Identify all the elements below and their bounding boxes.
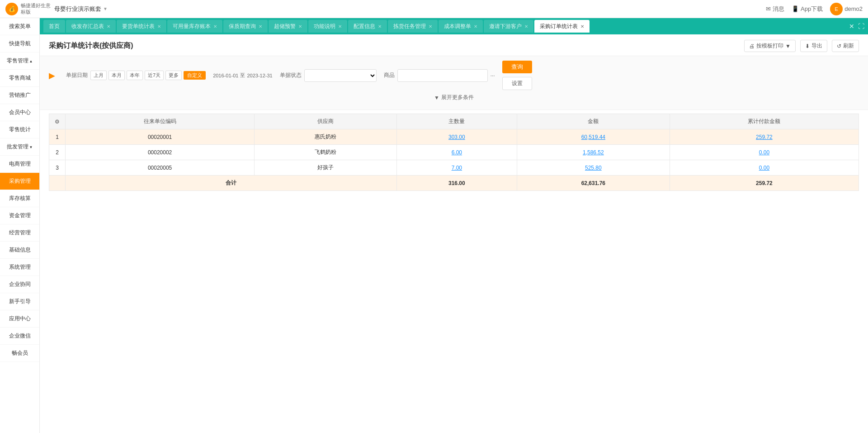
- tab-close-all-icon[interactable]: ✕: [849, 23, 854, 30]
- tab-close-icon[interactable]: ✕: [259, 24, 262, 29]
- row-qty[interactable]: 303.00: [396, 129, 517, 145]
- sidebar-item-vip[interactable]: 畅会员: [0, 345, 39, 362]
- date-btn-this-year[interactable]: 本年: [127, 71, 143, 80]
- goods-input[interactable]: [397, 69, 488, 82]
- sidebar-item-wholesale[interactable]: 批发管理: [0, 138, 39, 156]
- sidebar-item-ecommerce[interactable]: 电商管理: [0, 156, 39, 173]
- date-btn-this-month[interactable]: 本月: [108, 71, 125, 80]
- tab-close-icon[interactable]: ✕: [107, 24, 110, 29]
- tab-function-desc[interactable]: 功能说明 ✕: [308, 20, 347, 33]
- expand-more-button[interactable]: ▼ 展开更多条件: [430, 92, 477, 103]
- tab-fullscreen-icon[interactable]: ⛶: [858, 23, 864, 30]
- tab-close-icon[interactable]: ✕: [474, 24, 477, 29]
- date-filter-group: 单据日期 上月 本月 本年 近7天 更多 自定义: [66, 71, 206, 80]
- sidebar-item-finance[interactable]: 资金管理: [0, 207, 39, 224]
- table-settings-col[interactable]: ⚙: [49, 114, 66, 129]
- row-amount[interactable]: 60,519.44: [517, 129, 670, 145]
- status-select[interactable]: [304, 69, 377, 82]
- footer-label: 合计: [66, 176, 397, 191]
- tab-collect-summary[interactable]: 收发存汇总表 ✕: [66, 20, 116, 33]
- sidebar-item-purchase[interactable]: 采购管理: [0, 173, 39, 190]
- sidebar-item-wechat[interactable]: 企业微信: [0, 328, 39, 345]
- main-layout: 搜索英单 快捷导航 零售管理 零售商城 营销推广 会员中心 零售统计 批发管理 …: [0, 18, 868, 433]
- row-qty[interactable]: 7.00: [396, 160, 517, 176]
- row-paid[interactable]: 0.00: [670, 160, 859, 176]
- logo-icon: 💰: [5, 3, 18, 15]
- tab-close-icon[interactable]: ✕: [378, 24, 382, 29]
- status-filter-group: 单据状态: [280, 69, 377, 82]
- tab-bar: 首页 收发存汇总表 ✕ 要货单统计表 ✕ 可用量库存账本 ✕ 保质期查询 ✕ 超…: [40, 18, 868, 34]
- col-qty: 主数量: [396, 114, 517, 129]
- tab-home[interactable]: 首页: [43, 20, 65, 33]
- tab-close-icon[interactable]: ✕: [298, 24, 302, 29]
- export-icon: ⬇: [805, 43, 810, 49]
- row-paid[interactable]: 259.72: [670, 129, 859, 145]
- tab-order-summary[interactable]: 要货单统计表 ✕: [117, 20, 166, 33]
- sidebar-item-newguide[interactable]: 新手引导: [0, 293, 39, 310]
- row-no: 1: [49, 129, 66, 145]
- sidebar-item-search[interactable]: 搜索英单: [0, 18, 39, 35]
- tab-invite-downstream[interactable]: 邀请下游客户 ✕: [484, 20, 533, 33]
- tab-close-icon[interactable]: ✕: [524, 24, 528, 29]
- refresh-button[interactable]: ↺ 刷新: [832, 40, 859, 52]
- date-btn-more[interactable]: 更多: [165, 71, 182, 80]
- tab-purchase-stat[interactable]: 采购订单统计表 ✕: [534, 20, 590, 33]
- sidebar-item-retail-stat[interactable]: 零售统计: [0, 121, 39, 138]
- message-button[interactable]: ✉ 消息: [766, 5, 784, 13]
- sidebar-item-member[interactable]: 会员中心: [0, 104, 39, 121]
- page-header: 采购订单统计表(按供应商) 🖨 按模板打印 ▼ ⬇ 导出 ↺ 刷新: [40, 34, 868, 56]
- row-paid[interactable]: 0.00: [670, 145, 859, 160]
- message-icon: ✉: [766, 5, 771, 12]
- sidebar-item-system[interactable]: 系统管理: [0, 259, 39, 276]
- query-button[interactable]: 查询: [502, 61, 532, 73]
- user-menu[interactable]: E demo2: [830, 3, 863, 15]
- sidebar-item-retail-shop[interactable]: 零售商城: [0, 70, 39, 87]
- table-wrapper: ⚙ 往来单位编码 供应商 主数量 金额 累计付款金额 1 00020001 惠氏: [40, 114, 868, 200]
- col-paid: 累计付款金额: [670, 114, 859, 129]
- tab-close-icon[interactable]: ✕: [157, 24, 161, 29]
- data-table: ⚙ 往来单位编码 供应商 主数量 金额 累计付款金额 1 00020001 惠氏: [49, 114, 859, 191]
- row-supplier: 好孩子: [255, 160, 397, 176]
- print-button[interactable]: 🖨 按模板打印 ▼: [744, 40, 796, 52]
- date-filter-label: 单据日期: [66, 71, 88, 79]
- tab-close-icon[interactable]: ✕: [213, 24, 217, 29]
- content-area: 首页 收发存汇总表 ✕ 要货单统计表 ✕ 可用量库存账本 ✕ 保质期查询 ✕ 超…: [40, 18, 868, 433]
- app-download-button[interactable]: 📱 App下载: [792, 5, 823, 13]
- tab-close-icon[interactable]: ✕: [338, 24, 342, 29]
- footer-empty: [49, 176, 66, 191]
- tab-close-icon[interactable]: ✕: [580, 24, 584, 29]
- date-btn-last-month[interactable]: 上月: [90, 71, 107, 80]
- workspace-selector[interactable]: 母婴行业演示账套 ▼: [54, 5, 108, 13]
- top-bar: 💰 畅捷通好生意 标版 母婴行业演示账套 ▼ ✉ 消息 📱 App下载 E de…: [0, 0, 868, 18]
- row-amount[interactable]: 1,586.52: [517, 145, 670, 160]
- sidebar-item-appcenter[interactable]: 应用中心: [0, 310, 39, 328]
- tab-config-info[interactable]: 配置信息 ✕: [348, 20, 387, 33]
- sidebar-item-marketing[interactable]: 营销推广: [0, 87, 39, 104]
- sidebar-item-inventory[interactable]: 库存核算: [0, 190, 39, 207]
- tab-shelf-query[interactable]: 保质期查询 ✕: [223, 20, 268, 33]
- filter-toggle-icon[interactable]: ▶: [49, 71, 55, 81]
- date-btn-7days[interactable]: 近7天: [145, 71, 164, 80]
- export-button[interactable]: ⬇ 导出: [800, 40, 827, 52]
- filter-row-1: ▶ 单据日期 上月 本月 本年 近7天 更多 自定义 2016: [49, 61, 859, 90]
- sidebar-item-operation[interactable]: 经营管理: [0, 224, 39, 242]
- tab-inventory-ledger[interactable]: 可用量库存账本 ✕: [167, 20, 222, 33]
- col-code: 往来单位编码: [66, 114, 255, 129]
- tab-close-icon[interactable]: ✕: [429, 24, 432, 29]
- sidebar-item-enterprise[interactable]: 企业协同: [0, 276, 39, 293]
- status-filter-label: 单据状态: [280, 71, 302, 79]
- settings-button[interactable]: 设置: [502, 77, 532, 90]
- tab-pick-task[interactable]: 拣货任务管理 ✕: [388, 20, 438, 33]
- col-supplier: 供应商: [255, 114, 397, 129]
- date-custom-tag[interactable]: 自定义: [184, 71, 206, 80]
- table-row: 2 00020002 飞鹤奶粉 6.00 1,586.52 0.00: [49, 145, 859, 160]
- goods-more-btn[interactable]: ···: [491, 72, 495, 79]
- sidebar-item-basic[interactable]: 基础信息: [0, 242, 39, 259]
- row-qty[interactable]: 6.00: [396, 145, 517, 160]
- sidebar-item-retail[interactable]: 零售管理: [0, 52, 39, 70]
- row-amount[interactable]: 525.80: [517, 160, 670, 176]
- sidebar-item-quick-nav[interactable]: 快捷导航: [0, 35, 39, 52]
- tab-overstock[interactable]: 超储预警 ✕: [269, 20, 307, 33]
- expand-more-row: ▼ 展开更多条件: [49, 90, 859, 105]
- tab-cost-adjust[interactable]: 成本调整单 ✕: [439, 20, 483, 33]
